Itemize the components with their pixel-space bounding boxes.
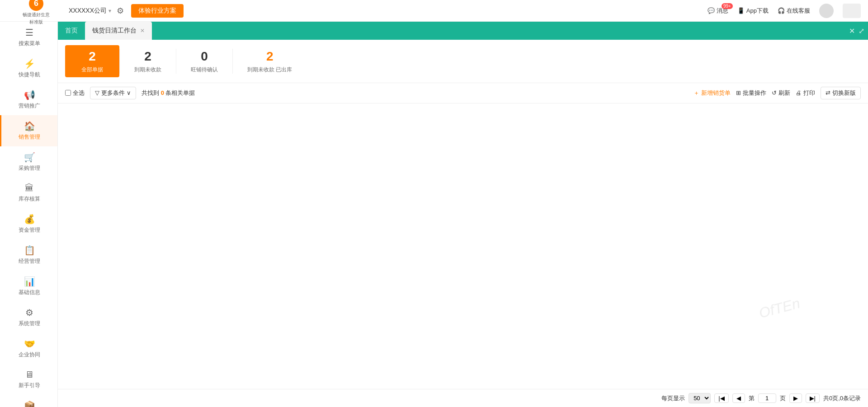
sidebar-item-inventory[interactable]: 🏛 库存核算 <box>0 178 57 208</box>
filter-button[interactable]: ▽ 更多条件 ∨ <box>90 87 136 99</box>
first-page-button[interactable]: |◀ <box>714 393 728 403</box>
sidebar-item-label: 新手引导 <box>19 382 40 389</box>
message-button[interactable]: 💬 消息 99+ <box>708 7 728 15</box>
online-service-label: 在线客服 <box>787 7 810 15</box>
basic-info-icon: 📊 <box>24 276 35 287</box>
sidebar-item-quicknav[interactable]: ⚡ 快捷导航 <box>0 53 57 84</box>
add-icon: ＋ <box>693 89 699 97</box>
settings-icon[interactable]: ⚙ <box>117 6 124 16</box>
top-header: 6 畅捷通好生意 标准版 XXXXXX公司 ▾ ⚙ 体验行业方案 💬 消息 99… <box>0 0 868 22</box>
page-size-select[interactable]: 50 <box>689 393 711 403</box>
sidebar-item-collab[interactable]: 🤝 企业协同 <box>0 333 57 364</box>
sidebar: ☰ 搜索菜单 ⚡ 快捷导航 📢 营销推广 🏠 销售管理 🛒 采购管理 🏛 库存核… <box>0 22 58 407</box>
tab-minimize-icon[interactable]: ✕ <box>849 27 855 35</box>
page-size-label: 每页显示 <box>661 394 685 402</box>
page-label-first: 第 <box>749 394 755 402</box>
trial-button[interactable]: 体验行业方案 <box>131 4 184 18</box>
refresh-button[interactable]: ↺ 刷新 <box>772 89 790 97</box>
online-service-icon: 🎧 <box>778 7 785 14</box>
logo-icon: 6 <box>29 0 43 11</box>
stat-card-all[interactable]: 2 全部单据 <box>65 45 119 77</box>
sidebar-item-basic-info[interactable]: 📊 基础信息 <box>0 271 57 302</box>
header-right: 💬 消息 99+ 📱 App下载 🎧 在线客服 <box>708 4 861 18</box>
sidebar-item-finance[interactable]: 💰 资金管理 <box>0 208 57 239</box>
sidebar-item-label: 营销推广 <box>19 102 40 110</box>
refresh-icon: ↺ <box>772 89 777 96</box>
stat-num-overdue-shipped: 2 <box>266 49 274 64</box>
sidebar-item-label: 企业协同 <box>19 351 40 359</box>
found-prefix: 共找到 <box>142 89 159 96</box>
tab-close-icon[interactable]: ✕ <box>140 28 145 34</box>
stat-num-wangpu: 0 <box>201 49 208 64</box>
switch-btn-label: 切换新版 <box>832 89 856 97</box>
finance-icon: 💰 <box>24 214 35 225</box>
sidebar-item-operations[interactable]: 📋 经营管理 <box>0 239 57 271</box>
stat-card-wangpu[interactable]: 0 旺铺待确认 <box>176 45 232 77</box>
stat-card-overdue[interactable]: 2 到期未收款 <box>120 45 176 77</box>
filter-chevron-icon: ∨ <box>127 89 131 96</box>
switch-version-button[interactable]: ⇄ 切换新版 <box>821 87 861 99</box>
sidebar-item-label: 经营管理 <box>19 257 40 265</box>
avatar[interactable] <box>819 4 834 18</box>
next-page-button[interactable]: ▶ <box>789 393 802 403</box>
stat-label-wangpu: 旺铺待确认 <box>191 66 218 74</box>
select-all-input[interactable] <box>65 90 71 96</box>
tab-expand-icon[interactable]: ⤢ <box>859 27 864 35</box>
sidebar-item-sales[interactable]: 🏠 销售管理 <box>0 115 57 146</box>
tab-home-label: 首页 <box>65 27 78 35</box>
sidebar-item-search[interactable]: ☰ 搜索菜单 <box>0 22 57 53</box>
user-menu[interactable] <box>843 4 861 18</box>
print-btn-label: 打印 <box>803 89 815 97</box>
chevron-down-icon: ▾ <box>108 8 111 14</box>
toolbar-right: ＋ 新增销货单 ⊞ 批量操作 ↺ 刷新 🖨 打印 ⇄ 切换新版 <box>693 87 861 99</box>
pagination: 每页显示 50 |◀ ◀ 第 页 ▶ ▶| 共0页,0条记录 <box>58 389 868 407</box>
purchase-icon: 🛒 <box>24 152 35 163</box>
online-service-button[interactable]: 🎧 在线客服 <box>778 7 810 15</box>
tab-daily-work[interactable]: 钱货日清工作台 ✕ <box>85 22 152 40</box>
tab-bar-right: ✕ ⤢ <box>849 27 868 35</box>
app-download-button[interactable]: 📱 App下载 <box>737 7 769 15</box>
last-page-button[interactable]: ▶| <box>806 393 820 403</box>
select-all-checkbox[interactable]: 全选 <box>65 89 85 97</box>
sidebar-item-purchase[interactable]: 🛒 采购管理 <box>0 146 57 178</box>
app-download-icon: 📱 <box>737 7 745 14</box>
search-menu-icon: ☰ <box>25 27 33 38</box>
add-sales-order-button[interactable]: ＋ 新增销货单 <box>693 89 731 97</box>
sidebar-item-label: 采购管理 <box>19 164 40 172</box>
stat-card-overdue-shipped[interactable]: 2 到期未收款 已出库 <box>233 45 307 77</box>
tab-bar: 首页 钱货日清工作台 ✕ ✕ ⤢ <box>58 22 868 40</box>
stat-label-overdue: 到期未收款 <box>134 66 161 74</box>
tab-home[interactable]: 首页 <box>58 22 85 40</box>
main-layout: ☰ 搜索菜单 ⚡ 快捷导航 📢 营销推广 🏠 销售管理 🛒 采购管理 🏛 库存核… <box>0 22 868 407</box>
apps-icon: 📦 <box>24 400 35 407</box>
company-selector[interactable]: XXXXXX公司 ▾ <box>69 7 111 15</box>
page-suffix: 页 <box>780 394 786 402</box>
sidebar-item-marketing[interactable]: 📢 营销推广 <box>0 84 57 115</box>
sidebar-item-label: 搜索菜单 <box>19 40 40 47</box>
sidebar-item-guide[interactable]: 🖥 新手引导 <box>0 364 57 395</box>
sidebar-item-apps[interactable]: 📦 应用中心 <box>0 395 57 407</box>
logo-area: 6 畅捷通好生意 标准版 <box>7 0 65 25</box>
stats-row: 2 全部单据 2 到期未收款 0 旺铺待确认 2 到期未收款 已出库 <box>58 40 868 83</box>
collab-icon: 🤝 <box>24 338 35 349</box>
batch-operation-button[interactable]: ⊞ 批量操作 <box>736 89 766 97</box>
sidebar-item-system[interactable]: ⚙ 系统管理 <box>0 302 57 333</box>
operations-icon: 📋 <box>24 245 35 256</box>
logo-brand: 畅捷通好生意 <box>23 12 50 18</box>
filter-icon: ▽ <box>95 89 99 96</box>
select-all-label: 全选 <box>73 89 85 97</box>
refresh-btn-label: 刷新 <box>778 89 790 97</box>
batch-btn-label: 批量操作 <box>743 89 766 97</box>
guide-icon: 🖥 <box>25 370 34 380</box>
sidebar-item-label: 系统管理 <box>19 320 40 327</box>
filter-label: 更多条件 <box>101 89 125 97</box>
content-area: 首页 钱货日清工作台 ✕ ✕ ⤢ 2 全部单据 2 到期未收款 <box>58 22 868 407</box>
current-page-input[interactable] <box>758 393 776 403</box>
logo-edition: 标准版 <box>29 19 43 25</box>
prev-page-button[interactable]: ◀ <box>732 393 745 403</box>
print-button[interactable]: 🖨 打印 <box>796 89 815 97</box>
table-area <box>58 103 868 389</box>
found-text: 共找到 0 条相关单据 <box>142 89 195 97</box>
total-label: 共0页,0条记录 <box>823 394 861 402</box>
sales-icon: 🏠 <box>24 121 35 131</box>
